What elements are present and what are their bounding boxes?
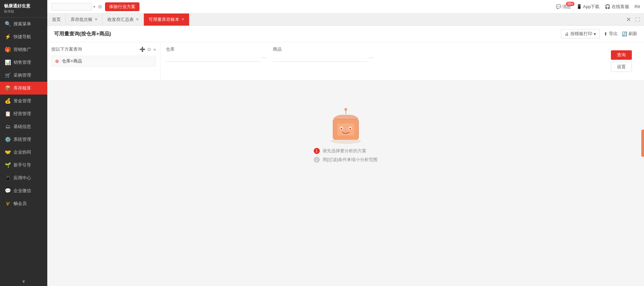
sidebar-item-operations[interactable]: 📋 经营管理 xyxy=(0,107,47,120)
sidebar-item-label: 企业协同 xyxy=(14,149,31,155)
clipboard-icon: 📋 xyxy=(5,111,11,117)
refresh-button[interactable]: 🔄 刷新 xyxy=(622,31,637,37)
filter-scheme-item[interactable]: ⊕ 仓库+商品 xyxy=(51,56,156,67)
wechat-icon: 💬 xyxy=(5,188,11,194)
product-input-row: ··· xyxy=(273,54,373,62)
warehouse-more-icon[interactable]: ··· xyxy=(262,55,266,61)
sidebar-header: 畅康通好生意 标准版 xyxy=(0,0,47,18)
tab-batch-close-icon[interactable]: ✕ xyxy=(95,17,98,22)
sidebar-item-label: 库存核算 xyxy=(14,85,31,91)
topbar-search-input[interactable] xyxy=(51,3,92,10)
filter-left-header: 按以下方案查询 ➕ ⊙ « xyxy=(51,46,156,52)
svg-point-6 xyxy=(340,128,342,130)
product-more-icon[interactable]: ··· xyxy=(369,55,373,61)
page-title-actions: 🖨 按模板打印 ▾ ⬆ 导出 🔄 刷新 xyxy=(561,29,637,38)
tab-summary-close-icon[interactable]: ✕ xyxy=(136,17,139,22)
tab-available-close-icon[interactable]: ✕ xyxy=(181,17,184,22)
settings-scheme-icon[interactable]: ⊙ xyxy=(147,47,151,52)
warehouse-label: 仓库 xyxy=(166,46,266,52)
print-icon: 🖨 xyxy=(565,31,569,36)
sidebar-item-wechat[interactable]: 💬 企业微信 xyxy=(0,184,47,197)
sidebar-item-basic[interactable]: 🗂 基础信息 xyxy=(0,120,47,133)
collapse-filter-icon[interactable]: « xyxy=(153,47,156,52)
tab-summary[interactable]: 收发存汇总表 ✕ xyxy=(103,14,144,26)
sidebar-item-label: 快捷导航 xyxy=(14,34,31,40)
sidebar-item-finance[interactable]: 💰 资金管理 xyxy=(0,95,47,107)
sidebar-item-marketing[interactable]: 🎁 营销推广 xyxy=(0,43,47,56)
filter-left-icons: ➕ ⊙ « xyxy=(139,47,156,52)
print-button[interactable]: 🖨 按模板打印 ▾ xyxy=(561,29,600,38)
product-field: 商品 ··· xyxy=(273,46,373,62)
topbar: ▾ ⚙ 体验行业方案 💬 消息 99+ 📱 App下载 🎧 在线客服 Rit xyxy=(47,0,644,14)
sidebar-item-coop[interactable]: 🤝 企业协同 xyxy=(0,146,47,159)
tab-summary-label: 收发存汇总表 xyxy=(107,17,134,23)
trial-button[interactable]: 体验行业方案 xyxy=(105,2,139,11)
sidebar-item-purchase[interactable]: 🛒 采购管理 xyxy=(0,69,47,82)
empty-tips: 1 请先选择要分析的方案 2 用[过滤]条件来缩小分析范围 xyxy=(314,148,378,165)
sidebar-item-apps[interactable]: 📱 应用中心 xyxy=(0,172,47,184)
sidebar-item-system[interactable]: ⚙️ 系统管理 xyxy=(0,133,47,146)
mobile-icon: 📱 xyxy=(5,175,11,181)
gear-icon: ⚙️ xyxy=(5,136,11,142)
svg-point-9 xyxy=(344,108,347,111)
vip-icon: V xyxy=(5,201,11,206)
sidebar-item-label: 搜索菜单 xyxy=(14,21,31,27)
service-icon: 🎧 xyxy=(605,4,610,9)
tab-expand-button[interactable]: ⛶ xyxy=(634,17,641,22)
seedling-icon: 🌱 xyxy=(5,162,11,168)
refresh-icon: 🔄 xyxy=(622,31,627,36)
message-button[interactable]: 💬 消息 99+ xyxy=(556,4,571,10)
sidebar-item-label: 畅会员 xyxy=(14,201,27,207)
sidebar-item-inventory[interactable]: 📦 库存核算 xyxy=(0,82,47,95)
user-menu[interactable]: Rit xyxy=(635,4,640,9)
sidebar-item-label: 资金管理 xyxy=(14,98,31,104)
topbar-gear-icon[interactable]: ⚙ xyxy=(98,4,102,9)
tab-actions: ✕ ⛶ xyxy=(625,16,644,23)
dropdown-arrow-icon[interactable]: ▾ xyxy=(93,4,95,9)
warehouse-field: 仓库 ··· xyxy=(166,46,266,62)
sidebar-item-label: 企业微信 xyxy=(14,188,31,194)
svg-point-7 xyxy=(349,128,351,130)
tab-home[interactable]: 首页 xyxy=(47,14,66,26)
settings-button[interactable]: 设置 xyxy=(611,62,632,72)
sidebar-item-sales[interactable]: 📊 销售管理 xyxy=(0,56,47,69)
tip-number-1: 1 xyxy=(314,148,320,154)
sidebar-item-member[interactable]: V 畅会员 xyxy=(0,197,47,210)
tabbar: 首页 库存批次账 ✕ 收发存汇总表 ✕ 可用量库存账本 ✕ ✕ ⛶ xyxy=(47,14,644,26)
query-button[interactable]: 查询 xyxy=(611,50,632,60)
tab-batch[interactable]: 库存批次账 ✕ xyxy=(66,14,103,26)
sidebar: 畅康通好生意 标准版 🔍 搜索菜单 ⚡ 快捷导航 🎁 营销推广 📊 销售管理 🛒… xyxy=(0,0,47,286)
export-button[interactable]: ⬆ 导出 xyxy=(604,31,618,37)
add-scheme-icon[interactable]: ➕ xyxy=(139,47,145,52)
tip-text-1: 请先选择要分析的方案 xyxy=(323,148,366,154)
sidebar-item-search[interactable]: 🔍 搜索菜单 xyxy=(0,18,47,30)
search-icon: 🔍 xyxy=(5,21,11,27)
empty-illustration xyxy=(326,107,366,145)
tab-available[interactable]: 可用量库存账本 ✕ xyxy=(144,14,189,26)
user-label: Rit xyxy=(635,4,640,9)
print-dropdown-icon: ▾ xyxy=(594,31,596,36)
product-label: 商品 xyxy=(273,46,373,52)
app-icon: 📱 xyxy=(576,4,582,9)
sidebar-item-shortcut[interactable]: ⚡ 快捷导航 xyxy=(0,30,47,43)
money-icon: 💰 xyxy=(5,98,11,104)
sidebar-item-label: 采购管理 xyxy=(14,72,31,78)
sidebar-item-newguide[interactable]: 🌱 新手引导 xyxy=(0,159,47,172)
sidebar-scroll-down-button[interactable]: ▾ xyxy=(0,277,47,286)
topbar-right: 💬 消息 99+ 📱 App下载 🎧 在线客服 Rit xyxy=(556,4,640,10)
filter-area: 按以下方案查询 ➕ ⊙ « ⊕ 仓库+商品 仓库 xyxy=(47,42,644,80)
tab-close-button[interactable]: ✕ xyxy=(625,16,633,23)
empty-tip-2: 2 用[过滤]条件来缩小分析范围 xyxy=(314,157,378,163)
sidebar-scroll: 🔍 搜索菜单 ⚡ 快捷导航 🎁 营销推广 📊 销售管理 🛒 采购管理 📦 库存核… xyxy=(0,18,47,277)
gift-icon: 🎁 xyxy=(5,47,11,53)
main-area: ▾ ⚙ 体验行业方案 💬 消息 99+ 📱 App下载 🎧 在线客服 Rit xyxy=(47,0,644,286)
export-icon: ⬆ xyxy=(604,31,608,36)
topbar-search: ▾ xyxy=(51,3,95,10)
sidebar-item-label: 新手引导 xyxy=(14,162,31,168)
chart-icon: 📊 xyxy=(5,59,11,66)
right-scroll-indicator xyxy=(641,130,644,157)
warehouse-input[interactable] xyxy=(166,54,260,62)
product-input[interactable] xyxy=(273,54,367,62)
online-service-button[interactable]: 🎧 在线客服 xyxy=(605,4,629,10)
app-download-button[interactable]: 📱 App下载 xyxy=(576,4,599,10)
